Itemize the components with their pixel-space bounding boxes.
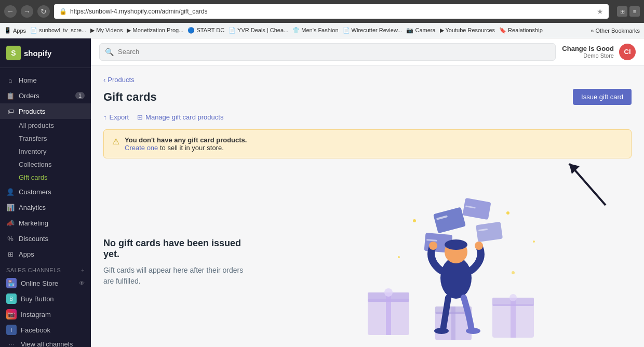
alert-text: You don't have any gift card products. C… xyxy=(125,136,247,152)
online-store-label: Online Store xyxy=(21,279,58,287)
subnav-inventory[interactable]: Inventory xyxy=(0,145,91,158)
marketing-icon: 📣 xyxy=(6,219,15,227)
issue-gift-card-button[interactable]: Issue gift card xyxy=(573,89,632,105)
url-bar[interactable]: 🔒 https://sunbowl-4.myshopify.com/admin/… xyxy=(54,4,609,19)
user-store: Demo Store xyxy=(562,52,614,59)
page-title: Gift cards xyxy=(103,90,157,104)
search-bar[interactable]: 🔍 xyxy=(99,43,556,61)
eye-icon: 👁 xyxy=(79,280,85,286)
alert-banner: ⚠ You don't have any gift card products.… xyxy=(103,129,632,158)
sidebar-item-analytics-label: Analytics xyxy=(19,204,46,211)
manage-label: Manage gift card products xyxy=(145,113,223,121)
bookmark-wirecutter[interactable]: 📄 Wirecutter Review... xyxy=(343,27,403,34)
main-content: ‹ Products Gift cards Issue gift card ↑ … xyxy=(91,65,644,347)
apps-icon: ⊞ xyxy=(6,250,15,258)
bookmarks-bar: 📱 Apps 📄 sunbowl_tv_scre... ▶ My Videos … xyxy=(0,23,644,38)
gift-cards-label: Gift cards xyxy=(19,174,48,181)
svg-point-32 xyxy=(512,271,515,274)
channel-facebook[interactable]: f Facebook xyxy=(0,322,91,338)
channel-online-store[interactable]: 🏪 Online Store 👁 xyxy=(0,275,91,291)
sidebar-item-home[interactable]: ⌂ Home xyxy=(0,72,91,88)
facebook-label: Facebook xyxy=(21,326,50,334)
svg-rect-12 xyxy=(451,306,455,340)
svg-rect-4 xyxy=(386,292,391,335)
svg-point-5 xyxy=(384,288,393,297)
alert-link[interactable]: Create one xyxy=(125,144,158,152)
empty-state-text: No gift cards have been issued yet. Gift… xyxy=(103,238,249,287)
sidebar-item-apps[interactable]: ⊞ Apps xyxy=(0,246,91,262)
breadcrumb-arrow: ‹ xyxy=(103,76,105,84)
all-products-label: All products xyxy=(19,122,54,129)
export-button[interactable]: ↑ Export xyxy=(103,113,129,121)
sidebar-item-analytics[interactable]: 📊 Analytics xyxy=(0,199,91,215)
user-avatar[interactable]: CI xyxy=(619,44,636,60)
alert-link-suffix: to sell it in your store. xyxy=(160,144,224,152)
empty-state-illustration xyxy=(270,179,632,345)
breadcrumb[interactable]: ‹ Products xyxy=(103,76,632,84)
sidebar-item-products-label: Products xyxy=(19,108,45,115)
arrow-svg xyxy=(554,158,616,210)
sidebar-item-customers[interactable]: 👤 Customers xyxy=(0,184,91,199)
svg-point-31 xyxy=(398,256,400,258)
bookmark-videos[interactable]: ▶ My Videos xyxy=(90,27,123,34)
svg-point-30 xyxy=(533,241,535,243)
empty-state-title: No gift cards have been issued yet. xyxy=(103,238,249,260)
svg-rect-13 xyxy=(433,207,466,233)
orders-icon: 📋 xyxy=(6,91,15,100)
svg-point-25 xyxy=(475,242,483,250)
customers-icon: 👤 xyxy=(6,188,15,196)
analytics-icon: 📊 xyxy=(6,203,15,211)
svg-rect-15 xyxy=(462,198,491,220)
sales-channels-section: SALES CHANNELS + xyxy=(0,262,91,275)
sidebar-nav: ⌂ Home 📋 Orders 1 🏷 Products All product… xyxy=(0,68,91,347)
view-all-channels[interactable]: ··· View all channels xyxy=(0,338,91,347)
bookmark-sunbowl[interactable]: 📄 sunbowl_tv_scre... xyxy=(30,27,86,34)
back-button[interactable]: ← xyxy=(4,5,17,18)
top-header: 🔍 Change is Good Demo Store CI xyxy=(91,38,644,65)
channel-instagram[interactable]: 📷 Instagram xyxy=(0,306,91,322)
sidebar: S shopify ⌂ Home 📋 Orders 1 🏷 Products A… xyxy=(0,38,91,347)
bookmark-startdc[interactable]: 🔵 START DC xyxy=(187,27,224,34)
url-text: https://sunbowl-4.myshopify.com/admin/gi… xyxy=(70,8,208,15)
channel-buy-button[interactable]: B Buy Button xyxy=(0,291,91,306)
svg-point-28 xyxy=(413,219,416,222)
sidebar-item-orders[interactable]: 📋 Orders 1 xyxy=(0,88,91,103)
shopify-logo[interactable]: S shopify xyxy=(6,46,51,60)
sales-channels-title: SALES CHANNELS xyxy=(6,267,61,273)
bookmark-apps[interactable]: 📱 Apps xyxy=(4,27,26,34)
bookmark-camera[interactable]: 📷 Camera xyxy=(406,27,435,34)
sidebar-item-home-label: Home xyxy=(19,76,37,84)
empty-state: No gift cards have been issued yet. Gift… xyxy=(103,169,632,347)
other-bookmarks[interactable]: » Other Bookmarks xyxy=(591,28,640,34)
sidebar-item-discounts-label: Discounts xyxy=(19,235,48,243)
buy-button-icon: B xyxy=(6,293,17,304)
bookmark-realationship[interactable]: 🔖 Realationship xyxy=(499,27,543,34)
search-input[interactable] xyxy=(118,48,550,56)
breadcrumb-text: Products xyxy=(108,76,134,84)
bookmark-monetization[interactable]: ▶ Monetization Prog... xyxy=(127,27,183,34)
svg-point-27 xyxy=(466,328,480,334)
subnav-all-products[interactable]: All products xyxy=(0,119,91,132)
sidebar-item-products[interactable]: 🏷 Products xyxy=(0,103,91,119)
page-header: Gift cards Issue gift card xyxy=(103,89,632,105)
sidebar-item-discounts[interactable]: % Discounts xyxy=(0,231,91,246)
bookmark-fashion[interactable]: 👕 Men's Fashion xyxy=(292,27,338,34)
bookmark-yvr[interactable]: 📄 YVR Deals | Chea... xyxy=(229,27,288,34)
buy-button-label: Buy Button xyxy=(21,295,54,303)
svg-point-23 xyxy=(445,239,467,250)
refresh-button[interactable]: ↻ xyxy=(37,5,50,18)
subnav-gift-cards[interactable]: Gift cards xyxy=(0,171,91,184)
sidebar-item-apps-label: Apps xyxy=(19,250,34,258)
forward-button[interactable]: → xyxy=(21,5,33,18)
svg-point-29 xyxy=(506,211,509,215)
manage-gift-card-products-button[interactable]: ⊞ Manage gift card products xyxy=(137,113,223,121)
more-icon: ··· xyxy=(6,340,17,347)
inventory-label: Inventory xyxy=(19,148,46,155)
subnav-collections[interactable]: Collections xyxy=(0,158,91,171)
add-channel-icon[interactable]: + xyxy=(81,267,85,273)
subnav-transfers[interactable]: Transfers xyxy=(0,132,91,145)
bookmark-youtube[interactable]: ▶ Youtube Resources xyxy=(440,27,495,34)
browser-chrome: ← → ↻ 🔒 https://sunbowl-4.myshopify.com/… xyxy=(0,0,644,23)
sidebar-item-marketing[interactable]: 📣 Marketing xyxy=(0,215,91,231)
sidebar-item-orders-label: Orders xyxy=(19,92,39,100)
